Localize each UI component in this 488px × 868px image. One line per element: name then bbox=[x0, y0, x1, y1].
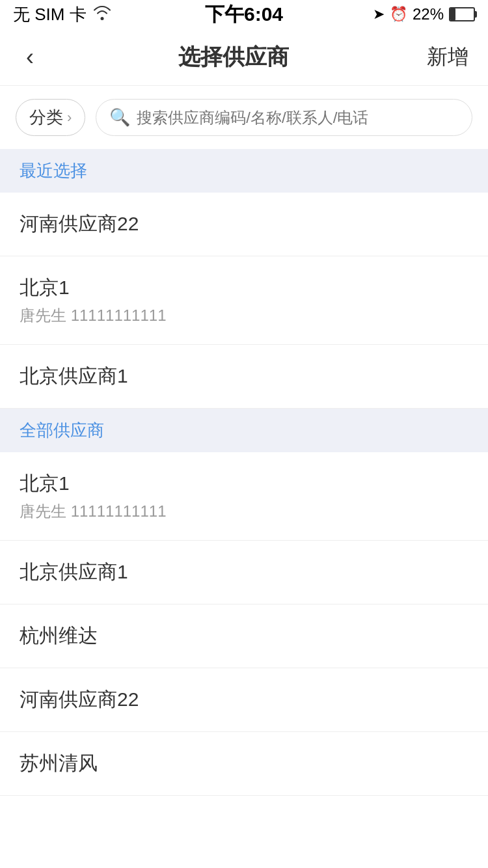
item-name: 河南供应商22 bbox=[20, 686, 468, 713]
item-name: 北京1 bbox=[20, 275, 468, 301]
item-name: 河南供应商22 bbox=[20, 211, 468, 237]
item-name: 北京供应商1 bbox=[20, 559, 468, 586]
all-section-header: 全部供应商 bbox=[0, 409, 488, 452]
all-section-label: 全部供应商 bbox=[20, 420, 104, 440]
filter-bar: 分类 › 🔍 bbox=[0, 86, 488, 149]
new-action-button[interactable]: 新增 bbox=[427, 43, 468, 72]
status-right: ➤ ⏰ 22% bbox=[373, 5, 475, 23]
list-item[interactable]: 北京供应商1 bbox=[0, 541, 488, 604]
list-item[interactable]: 北京1唐先生 11111111111 bbox=[0, 452, 488, 541]
item-name: 苏州清风 bbox=[20, 750, 468, 777]
carrier-text: 无 SIM 卡 bbox=[13, 3, 87, 26]
wifi-icon bbox=[93, 5, 111, 25]
chevron-right-icon: › bbox=[67, 109, 72, 126]
nav-bar: ‹ 选择供应商 新增 bbox=[0, 29, 488, 86]
category-button[interactable]: 分类 › bbox=[16, 99, 85, 136]
status-bar: 无 SIM 卡 下午6:04 ➤ ⏰ 22% bbox=[0, 0, 488, 29]
status-time: 下午6:04 bbox=[205, 1, 283, 28]
list-item[interactable]: 河南供应商22 bbox=[0, 193, 488, 256]
search-icon: 🔍 bbox=[109, 107, 130, 128]
item-name: 北京供应商1 bbox=[20, 363, 468, 390]
all-list: 北京1唐先生 11111111111北京供应商1杭州维达河南供应商22苏州清风 bbox=[0, 452, 488, 796]
item-sub: 唐先生 11111111111 bbox=[20, 501, 468, 522]
recent-section-header: 最近选择 bbox=[0, 149, 488, 193]
search-box[interactable]: 🔍 bbox=[96, 99, 472, 136]
battery-text: 22% bbox=[413, 5, 444, 23]
status-left: 无 SIM 卡 bbox=[13, 3, 111, 26]
list-item[interactable]: 河南供应商22 bbox=[0, 668, 488, 732]
list-item[interactable]: 北京供应商1 bbox=[0, 345, 488, 409]
item-sub: 唐先生 11111111111 bbox=[20, 305, 468, 326]
recent-section-label: 最近选择 bbox=[20, 161, 87, 180]
location-icon: ➤ bbox=[373, 6, 385, 23]
item-name: 北京1 bbox=[20, 470, 468, 497]
page-title: 选择供应商 bbox=[178, 42, 289, 72]
category-label: 分类 bbox=[29, 106, 63, 129]
back-button[interactable]: ‹ bbox=[20, 37, 40, 77]
item-name: 杭州维达 bbox=[20, 623, 468, 649]
alarm-icon: ⏰ bbox=[390, 6, 407, 23]
battery-icon bbox=[449, 7, 475, 21]
list-item[interactable]: 杭州维达 bbox=[0, 604, 488, 668]
list-item[interactable]: 北京1唐先生 11111111111 bbox=[0, 256, 488, 345]
list-item[interactable]: 苏州清风 bbox=[0, 732, 488, 796]
search-input[interactable] bbox=[137, 109, 459, 127]
recent-list: 河南供应商22北京1唐先生 11111111111北京供应商1 bbox=[0, 193, 488, 409]
